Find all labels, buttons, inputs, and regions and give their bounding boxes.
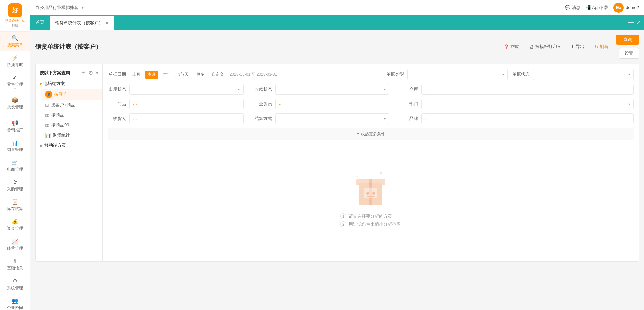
sidebar-item-wholesale[interactable]: 📦 批发管理 ▴	[0, 94, 30, 116]
sidebar-item-inventory[interactable]: 📋 库存核算	[0, 195, 30, 215]
tab-minimize-icon[interactable]: —	[628, 19, 634, 25]
tree-child-by-customer[interactable]: 👤 按客户	[41, 89, 102, 100]
sidebar-item-system[interactable]: ⚙ 系统管理	[0, 274, 30, 294]
department-select[interactable]: ▾	[421, 99, 634, 109]
svg-text:✦: ✦	[379, 170, 383, 176]
empty-step1: 1 请先选择要分析的方案	[340, 213, 401, 219]
system-label: 系统管理	[7, 285, 23, 291]
sidebar-item-operations[interactable]: 📈 经营管理	[0, 235, 30, 255]
help-button[interactable]: ❓ 帮助	[501, 42, 522, 51]
logo-subtitle: 标版	[12, 23, 18, 28]
content: 销货单统计表（按客户） ❓ 帮助 🖨 按模板打印 ▾ ⬆ 导出	[30, 30, 644, 310]
refresh-button[interactable]: ↻ 刷新	[592, 42, 611, 51]
system-icon: ⚙	[13, 278, 17, 284]
help-label: 帮助	[511, 44, 519, 50]
collapse-up-icon: ⌃	[356, 132, 360, 137]
date-range: 2023-03-01 至 2023-03-31	[230, 72, 277, 78]
basic-label: 基础信息	[7, 265, 23, 271]
query-button[interactable]: 查询	[616, 35, 639, 45]
app-download-button[interactable]: 📲 App下载	[585, 5, 608, 11]
svg-point-8	[372, 192, 375, 195]
add-scheme-icon[interactable]: ＋	[80, 69, 86, 76]
app-download-label: App下载	[592, 5, 608, 11]
receiver-label: 收货人	[108, 116, 126, 122]
tree-mobile-toggle[interactable]: ▶ 移动端方案	[36, 140, 102, 150]
out-status-select[interactable]: ▾	[129, 84, 244, 95]
goods99-icon: ▦	[45, 122, 49, 128]
payment-select[interactable]: ▾	[275, 113, 389, 124]
settings-button[interactable]: 设置	[619, 48, 639, 59]
date-option-more[interactable]: 更多	[194, 71, 207, 79]
page-header: 销货单统计表（按客户） ❓ 帮助 🖨 按模板打印 ▾ ⬆ 导出	[35, 35, 639, 59]
doc-type-select[interactable]: ▾	[407, 69, 508, 80]
sidebar-item-sales[interactable]: 📊 销售管理	[0, 136, 30, 156]
tree-arrow-icon: ▾	[40, 81, 42, 86]
collapse-bar[interactable]: ⌃ 收起更多条件	[108, 128, 634, 140]
ecommerce-label: 电商管理	[7, 167, 23, 172]
panel-title: 按以下方案查询	[40, 70, 70, 76]
tree-child-by-goods[interactable]: ▦ 按商品	[41, 110, 102, 120]
sidebar-item-purchase[interactable]: 🗂 采购管理	[0, 176, 30, 195]
doc-type-arrow-icon: ▾	[502, 73, 504, 76]
department-arrow-icon: ▾	[628, 102, 630, 106]
step2-text: 用过滤条件来缩小分析范围	[348, 221, 401, 227]
date-option-custom[interactable]: 自定义	[209, 71, 226, 79]
tree-mobile-arrow-icon: ▶	[40, 143, 43, 148]
panel-container: 按以下方案查询 ＋ ⊙ « ▾ 电脑端方案	[35, 64, 639, 262]
date-option-this-year[interactable]: 本年	[160, 71, 174, 79]
tree-child-label: 按商品	[51, 112, 64, 118]
date-option-last-month[interactable]: 上月	[129, 71, 143, 79]
sidebar-item-retail[interactable]: 🛍 零售管理 ▾	[0, 71, 30, 94]
edit-scheme-icon[interactable]: ⊙	[88, 70, 93, 76]
svg-rect-6	[364, 188, 377, 198]
collab-label: 企业协同	[7, 305, 23, 310]
print-button[interactable]: 🖨 按模板打印 ▾	[527, 42, 563, 51]
date-option-7days[interactable]: 近7天	[176, 71, 192, 79]
inventory-label: 库存核算	[7, 206, 23, 212]
tree-child-goods99[interactable]: ▦ 按商品99	[41, 120, 102, 130]
export-button[interactable]: ⬆ 导出	[568, 42, 587, 51]
tree-child-label: 按客户+商品	[51, 102, 75, 108]
page-content: 销货单统计表（按客户） ❓ 帮助 🖨 按模板打印 ▾ ⬆ 导出	[30, 30, 644, 310]
sidebar-item-collab[interactable]: 👥 企业协同	[0, 294, 30, 310]
sales-icon: 📊	[12, 140, 18, 146]
user-profile[interactable]: Ea demo2	[613, 3, 639, 13]
main-area: 办公用品行业模拟账套 ▾ 💬 消息 📲 App下载 Ea demo2 首页	[30, 0, 644, 310]
sidebar-item-quicknav[interactable]: ⚡ 快捷导航	[0, 51, 30, 71]
tree-child-returns[interactable]: 📊 退货统计	[41, 130, 102, 140]
doc-status-select[interactable]: ▾	[533, 69, 634, 80]
tab-home[interactable]: 首页	[30, 15, 50, 30]
tree-child-label: 退货统计	[53, 132, 70, 138]
svg-rect-9	[367, 196, 375, 197]
sidebar-item-search[interactable]: 🔍 搜索菜单	[0, 32, 30, 51]
sidebar-item-ecommerce[interactable]: 🛒 电商管理	[0, 156, 30, 176]
sidebar-item-marketing[interactable]: 📢 营销推广	[0, 116, 30, 136]
step1-text: 请先选择要分析的方案	[348, 213, 392, 219]
sidebar-item-basic[interactable]: ℹ 基础信息	[0, 255, 30, 274]
doc-status-label: 单据状态	[511, 71, 530, 78]
sidebar-item-finance[interactable]: 💰 资金管理	[0, 215, 30, 235]
warehouse-input[interactable]: ···	[421, 84, 634, 95]
topbar-dropdown-icon[interactable]: ▾	[82, 5, 84, 10]
goods-input[interactable]: ···	[129, 99, 244, 109]
search-label: 搜索菜单	[7, 42, 23, 48]
tree-desktop-toggle[interactable]: ▾ 电脑端方案	[36, 79, 102, 89]
date-option-this-month[interactable]: 本月	[145, 71, 158, 79]
wholesale-icon: 📦	[12, 97, 18, 103]
page-title: 销货单统计表（按客户）	[35, 43, 102, 51]
brand-input[interactable]: ···	[421, 113, 634, 124]
collab-icon: 👥	[12, 298, 18, 304]
tab-sales-stats[interactable]: 销货单统计表（按客户） ✕	[50, 16, 114, 30]
tree-child-customer-goods[interactable]: ⊞ 按客户+商品	[41, 100, 102, 110]
collect-status-select[interactable]: ▾	[275, 84, 389, 95]
tab-maximize-icon[interactable]: ⤢	[636, 19, 641, 26]
collapse-panel-icon[interactable]: «	[95, 70, 98, 76]
receiver-input[interactable]: ···	[129, 113, 244, 124]
message-button[interactable]: 💬 消息	[565, 5, 580, 11]
logo-icon: 好	[8, 3, 22, 17]
empty-svg: ✦ ✦	[349, 166, 392, 207]
tab-close-icon[interactable]: ✕	[105, 20, 109, 26]
user-name: demo2	[626, 5, 639, 10]
marketing-label: 营销推广	[7, 127, 23, 133]
salesperson-input[interactable]: ···	[275, 99, 389, 109]
